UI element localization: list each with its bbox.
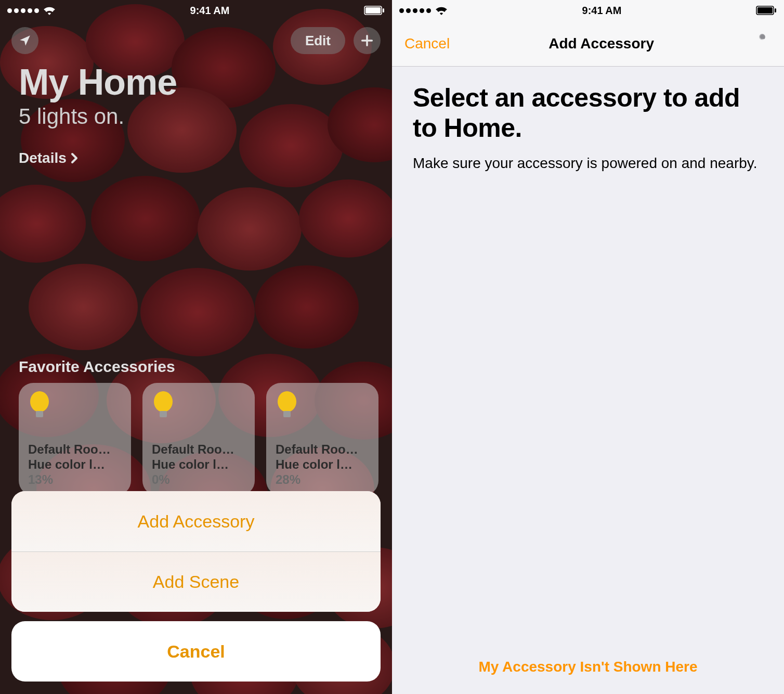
chevron-right-icon [71, 152, 78, 164]
bulb-icon [152, 391, 245, 420]
svg-point-35 [154, 391, 173, 412]
battery-icon [756, 6, 777, 15]
add-accessory-screen: 9:41 AM Cancel Add Accessory [392, 0, 784, 694]
page-heading: Select an accessory to add to Home. [413, 83, 763, 143]
svg-rect-36 [160, 411, 167, 417]
accessory-not-shown-link[interactable]: My Accessory Isn't Shown Here [392, 659, 784, 675]
sheet-cancel[interactable]: Cancel [11, 621, 381, 682]
sheet-add-accessory[interactable]: Add Accessory [11, 491, 381, 551]
wifi-icon [435, 6, 448, 15]
content-area: Select an accessory to add to Home. Make… [413, 83, 763, 173]
wifi-icon [43, 6, 56, 15]
signal-dots-icon [7, 8, 39, 13]
nav-title: Add Accessory [548, 35, 654, 52]
accessory-tile[interactable]: Default Roo…Hue color l… 13% [19, 383, 131, 495]
page-subtitle: Make sure your accessory is powered on a… [413, 153, 763, 173]
location-button[interactable] [11, 27, 38, 54]
home-status: 5 lights on. [19, 104, 373, 129]
svg-rect-32 [383, 8, 384, 12]
bulb-icon [28, 391, 122, 420]
svg-rect-31 [365, 7, 381, 14]
sheet-add-scene[interactable]: Add Scene [11, 551, 381, 612]
signal-dots-icon [399, 8, 431, 13]
svg-point-33 [30, 391, 49, 412]
favorites-section: Favorite Accessories Default Roo…Hue col… [19, 358, 392, 495]
header-toolbar: Edit [0, 25, 392, 56]
action-sheet: Add Accessory Add Scene Cancel [11, 491, 381, 682]
svg-rect-41 [775, 8, 776, 12]
accessory-tile[interactable]: Default Roo…Hue color l… 28% [266, 383, 378, 495]
nav-bar: Cancel Add Accessory [392, 21, 784, 67]
status-bar: 9:41 AM [0, 0, 392, 21]
edit-button[interactable]: Edit [291, 27, 345, 54]
details-label: Details [19, 150, 67, 166]
home-header: My Home 5 lights on. Details [19, 61, 373, 166]
status-time: 9:41 AM [190, 5, 230, 17]
svg-point-37 [278, 391, 296, 412]
home-app-screen: 9:41 AM Edit My Home 5 lights on. [0, 0, 392, 694]
accessory-tile[interactable]: Default Roo…Hue color l… 0% [142, 383, 255, 495]
svg-rect-40 [757, 7, 773, 14]
nav-cancel-button[interactable]: Cancel [404, 35, 450, 52]
home-title: My Home [19, 61, 373, 103]
favorites-heading: Favorite Accessories [19, 358, 392, 376]
svg-rect-38 [283, 411, 291, 417]
details-link[interactable]: Details [19, 150, 373, 166]
add-button[interactable] [354, 27, 381, 54]
svg-rect-34 [36, 411, 43, 417]
battery-icon [364, 6, 385, 15]
spinner-icon [753, 34, 772, 53]
status-time: 9:41 AM [582, 5, 622, 17]
bulb-icon [276, 391, 369, 420]
status-bar: 9:41 AM [392, 0, 784, 21]
